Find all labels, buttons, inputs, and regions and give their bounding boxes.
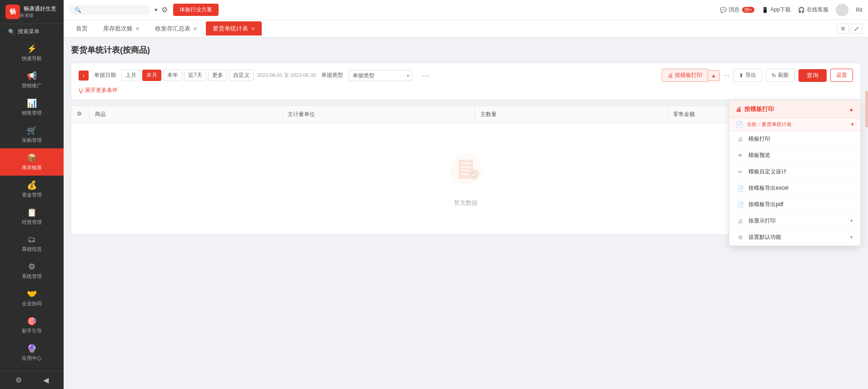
col-gear[interactable]: ⚙ <box>71 106 90 123</box>
template-print-label: 模板打印 <box>748 135 770 143</box>
quick-nav-label: 快捷导航 <box>22 55 42 62</box>
basic-label: 基础信息 <box>22 246 42 253</box>
template-design-item[interactable]: ✏ 模板自定义设计 <box>729 164 860 180</box>
page-title: 要货单统计表(按商品) <box>71 45 861 56</box>
topbar-gear-icon[interactable]: ⚙ <box>161 5 168 14</box>
tab-inventory-batch-close[interactable]: ✕ <box>135 26 140 32</box>
tab-home[interactable]: 首页 <box>69 21 95 35</box>
toolbar-more-icon[interactable]: ··· <box>723 71 729 80</box>
collapse-btn[interactable]: ◀ <box>43 376 49 384</box>
marketing-label: 营销推广 <box>22 82 42 89</box>
sidebar-item-inventory[interactable]: 📦 库存核算 <box>0 148 64 176</box>
app-download-label: App下载 <box>770 6 791 14</box>
sidebar-item-guide[interactable]: 🎯 新手引导 <box>0 312 64 339</box>
date-btn-custom[interactable]: 自定义 <box>229 70 254 81</box>
display-print-item[interactable]: 🖨 按显示打印 ▾ <box>729 213 860 229</box>
template-preview-item[interactable]: 👁 模板预览 <box>729 147 860 164</box>
message-btn[interactable]: 💬 消息 99+ <box>720 6 754 14</box>
sidebar-item-finance[interactable]: 💰 资金管理 <box>0 176 64 203</box>
sidebar-item-wechat[interactable]: 💬 企业微信 <box>0 366 64 371</box>
print-template-arrow-btn[interactable]: ▲ <box>708 70 720 81</box>
topbar-dropdown-arrow[interactable]: ▾ <box>155 6 158 13</box>
marketing-icon: 📢 <box>27 71 37 81</box>
query-btn[interactable]: 查询 <box>798 69 827 82</box>
template-export-pdf-item[interactable]: 📄 按模板导出pdf <box>729 197 860 213</box>
sidebar-item-marketing[interactable]: 📢 营销推广 <box>0 66 64 94</box>
sidebar-item-basic[interactable]: 🗂 基础信息 <box>0 230 64 257</box>
tab-inventory-batch-label: 库存批次账 <box>103 25 133 33</box>
topbar: 🔍 ▾ ⚙ 体验行业方案 💬 消息 99+ 📱 App下载 🎧 在线客服 Rit <box>64 0 868 20</box>
print-template-btn[interactable]: 🖨 按模板打印 <box>662 69 708 82</box>
sidebar-item-cooperation[interactable]: 🤝 企业协同 <box>0 284 64 312</box>
date-btn-last7days[interactable]: 近7天 <box>184 70 206 81</box>
settings-bottom-btn[interactable]: ⚙ <box>15 376 22 384</box>
sidebar-item-sales[interactable]: 📊 销售管理 <box>0 94 64 121</box>
cooperation-icon: 🤝 <box>27 289 37 299</box>
filter-collapse-btn[interactable]: › <box>79 71 89 81</box>
template-design-icon: ✏ <box>737 169 744 175</box>
print-dropdown: 🖨 按模板打印 ▲ 📄 当前：要货单统计表 ▾ 🖨 模板打印 <box>729 100 861 246</box>
user-avatar[interactable] <box>836 4 848 16</box>
default-func-item[interactable]: ⚙ 设置默认功能 ▾ <box>729 229 860 246</box>
tab-order-stats-label: 要货单统计表 <box>213 25 248 33</box>
date-btn-this-year[interactable]: 本年 <box>163 70 182 81</box>
guide-label: 新手引导 <box>22 328 42 334</box>
app-download-btn[interactable]: 📱 App下载 <box>762 6 791 14</box>
settings-btn[interactable]: 设置 <box>830 69 853 82</box>
maximize-btn[interactable]: ⤢ <box>851 24 863 34</box>
date-btn-prev-month[interactable]: 上月 <box>121 70 140 81</box>
app-download-icon: 📱 <box>762 7 768 13</box>
template-print-icon: 🖨 <box>737 136 744 142</box>
display-print-left: 🖨 按显示打印 <box>737 217 776 225</box>
app-logo: 畅 畅康通好生意 标准版 <box>0 0 64 24</box>
finance-label: 资金管理 <box>22 192 42 198</box>
template-preview-icon: 👁 <box>737 152 744 159</box>
sidebar-item-operation[interactable]: 📋 经营管理 <box>0 203 64 230</box>
refresh-icon: ↻ <box>772 72 776 79</box>
quick-nav-icon: ⚡ <box>27 44 37 54</box>
current-template-row[interactable]: 📄 当前：要货单统计表 ▾ <box>729 118 860 131</box>
sidebar-item-quick-nav[interactable]: ⚡ 快捷导航 <box>0 39 64 66</box>
default-func-label: 设置默认功能 <box>748 233 781 241</box>
current-template-arrow: ▾ <box>851 121 854 127</box>
close-all-tabs-btn[interactable]: ✕ <box>837 24 849 34</box>
template-print-item[interactable]: 🖨 模板打印 <box>729 131 860 147</box>
sidebar-nav: ⚡ 快捷导航 📢 营销推广 📊 销售管理 🛒 采购管理 📦 库存核算 💰 资金管… <box>0 39 64 371</box>
empty-text: 暂无数据 <box>454 199 478 207</box>
print-dropdown-title-icon: 🖨 <box>736 106 742 113</box>
col-unit: 主计量单位 <box>282 106 475 123</box>
trial-btn[interactable]: 体验行业方案 <box>173 4 219 16</box>
logo-icon: 畅 <box>5 5 20 19</box>
tab-collection-summary[interactable]: 收发存汇总表 ✕ <box>148 21 204 35</box>
tab-collection-summary-close[interactable]: ✕ <box>193 26 197 32</box>
search-menu[interactable]: 🔍 搜索菜单 <box>0 24 64 39</box>
order-type-label: 单据类型 <box>321 71 343 79</box>
app-center-icon: 🔮 <box>27 344 37 354</box>
date-group: 上月 本月 本年 近7天 更多 自定义 2023-06-01 至 2023-06… <box>121 70 316 81</box>
order-type-select[interactable]: 单据类型 <box>349 70 412 81</box>
content-area: 要货单统计表(按商品) › 单据日期 上月 本月 本年 近7天 更多 自定义 2… <box>64 37 868 389</box>
tab-inventory-batch[interactable]: 库存批次账 ✕ <box>96 21 146 35</box>
tab-order-stats-close[interactable]: ✕ <box>251 26 255 32</box>
date-btn-this-month[interactable]: 本月 <box>142 70 161 81</box>
sidebar-item-system[interactable]: ⚙ 系统管理 <box>0 257 64 284</box>
expand-conditions-btn[interactable]: ⋁ 展开更多条件 <box>79 86 853 94</box>
current-template-label: 当前：要货单统计表 <box>747 121 792 128</box>
expand-label: 展开更多条件 <box>85 86 118 94</box>
tab-order-stats[interactable]: 要货单统计表 ✕ <box>206 21 262 35</box>
topbar-search[interactable]: 🔍 <box>69 5 151 15</box>
filter-more-options[interactable]: ⋯ <box>421 71 429 81</box>
current-template-icon: 📄 <box>736 121 743 128</box>
scrollbar-indicator[interactable] <box>865 91 868 127</box>
refresh-btn[interactable]: ↻ 刷新 <box>766 69 795 82</box>
online-service-btn[interactable]: 🎧 在线客服 <box>798 6 828 14</box>
sidebar-item-purchase[interactable]: 🛒 采购管理 <box>0 121 64 148</box>
empty-icon <box>448 151 484 193</box>
username[interactable]: Rit <box>856 7 863 13</box>
date-btn-more[interactable]: 更多 <box>208 70 227 81</box>
template-export-excel-item[interactable]: 📄 按模板导出excel <box>729 180 860 197</box>
sidebar-item-app-center[interactable]: 🔮 应用中心 <box>0 339 64 366</box>
export-btn[interactable]: ⬆ 导出 <box>733 69 762 82</box>
print-dropdown-collapse-btn[interactable]: ▲ <box>849 106 854 112</box>
online-service-label: 在线客服 <box>807 6 828 14</box>
